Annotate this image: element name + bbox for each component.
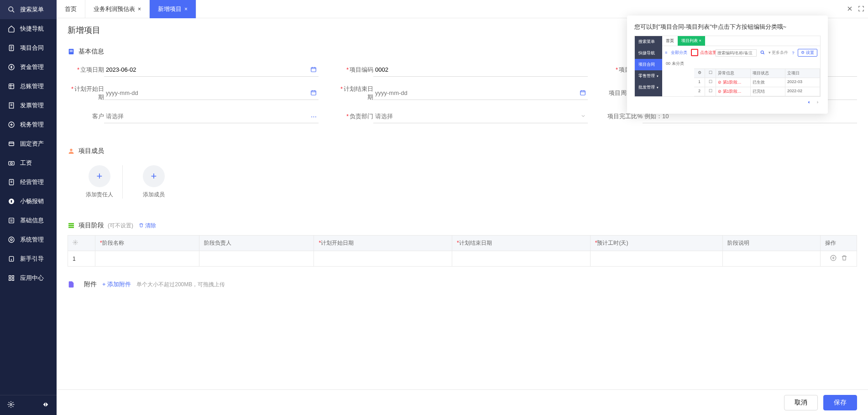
calendar-icon[interactable] [310, 89, 317, 97]
tab[interactable]: 业务利润预估表× [85, 0, 150, 18]
guide-icon [7, 255, 16, 263]
sidebar-item-asset[interactable]: 固定资产 [0, 134, 57, 153]
select-dept[interactable] [373, 110, 588, 123]
doc-icon [7, 44, 16, 52]
sidebar-item-label: 经营管理 [20, 178, 44, 186]
th-stage-desc: 阶段说明 [723, 236, 821, 251]
sidebar-item-label: 应用中心 [20, 274, 44, 282]
svg-rect-22 [70, 51, 73, 52]
money-icon [7, 63, 16, 71]
cell-stage-start[interactable] [314, 251, 452, 267]
input-plan-start[interactable] [104, 86, 319, 100]
cell-stage-owner[interactable] [199, 251, 314, 267]
sidebar-item-doc[interactable]: 项目合同 [0, 38, 57, 58]
input-plan-end[interactable] [373, 86, 588, 100]
tab-close-icon[interactable]: × [138, 6, 141, 12]
sys-icon [7, 236, 16, 244]
input-code[interactable] [373, 63, 588, 77]
cell-stage-end[interactable] [452, 251, 591, 267]
guide-popup: 您可以到"项目合同-项目列表"中点击下方按钮编辑分类哦~ 搜索菜单快捷导航项目合… [627, 16, 828, 114]
sidebar-item-apps[interactable]: 应用中心 [0, 268, 57, 288]
attach-section-title: 附件 [84, 280, 97, 289]
sidebar-item-guide[interactable]: 新手引导 [0, 249, 57, 268]
click-here-label: 点击这里 [700, 50, 716, 56]
search-icon [7, 5, 16, 14]
sidebar-item-salary[interactable]: 工资 [0, 153, 57, 173]
tab-close-icon[interactable]: × [184, 6, 188, 12]
close-icon[interactable] [846, 5, 853, 14]
sidebar-item-reimb[interactable]: 小畅报销 [0, 192, 57, 211]
label-estab-date: 立项日期 [68, 66, 104, 74]
sidebar-item-ledger[interactable]: 总账管理 [0, 77, 57, 96]
table-row[interactable]: 1 [68, 251, 857, 267]
svg-rect-3 [9, 84, 14, 89]
calendar-icon[interactable] [310, 66, 317, 74]
mini-search [716, 49, 757, 57]
biz-icon [7, 178, 16, 186]
settings-icon[interactable] [7, 401, 15, 410]
mini-side-item: 批发管理 ▾ [635, 82, 662, 93]
svg-rect-29 [68, 227, 74, 228]
add-member-button[interactable]: + [143, 165, 165, 187]
cancel-button[interactable]: 取消 [784, 395, 818, 410]
cell-stage-hours[interactable] [590, 251, 722, 267]
add-owner-label: 添加责任人 [86, 191, 113, 199]
mini-uncat: 00 未分类 [662, 59, 820, 68]
svg-rect-28 [68, 225, 74, 226]
add-attachment-button[interactable]: + 添加附件 [102, 280, 131, 289]
th-gear[interactable] [68, 236, 95, 251]
sidebar-item-label: 税务管理 [20, 121, 44, 129]
sidebar-item-label: 小畅报销 [20, 197, 44, 205]
popup-prev-icon[interactable] [806, 100, 811, 106]
sidebar-item-tax[interactable]: 税务管理 [0, 115, 57, 134]
tax-icon [7, 121, 16, 129]
sidebar-item-info[interactable]: 基础信息 [0, 211, 57, 230]
svg-point-12 [10, 239, 12, 241]
sidebar-item-label: 基础信息 [20, 216, 44, 225]
fullscreen-icon[interactable] [858, 5, 864, 13]
invoice-icon [7, 101, 16, 110]
sidebar-item-label: 系统管理 [20, 236, 44, 244]
sidebar-item-money[interactable]: 资金管理 [0, 58, 57, 77]
input-customer[interactable] [104, 110, 319, 123]
save-button[interactable]: 保存 [823, 395, 857, 410]
mini-side-item: 项目合同 [635, 59, 662, 70]
input-estab-date[interactable] [104, 63, 319, 77]
sidebar-item-home[interactable]: 快捷导航 [0, 19, 57, 38]
svg-rect-6 [9, 142, 14, 146]
chevron-down-icon[interactable] [580, 113, 586, 120]
tab[interactable]: 新增项目× [150, 0, 196, 18]
basic-section-title: 基本信息 [78, 47, 104, 56]
label-customer: 客户 [68, 112, 104, 121]
sidebar-item-label: 新手引导 [20, 255, 44, 263]
calendar-icon[interactable] [580, 89, 586, 97]
more-icon[interactable]: ⋯ [311, 113, 317, 120]
cell-stage-desc[interactable] [723, 251, 821, 267]
sidebar-item-label: 快捷导航 [20, 25, 44, 33]
sidebar-item-invoice[interactable]: 发票管理 [0, 96, 57, 115]
add-owner-button[interactable]: + [89, 165, 110, 187]
basic-section-icon [68, 48, 75, 55]
row-add-icon[interactable] [830, 255, 837, 263]
stages-section-icon [68, 222, 75, 229]
sidebar-item-biz[interactable]: 经营管理 [0, 173, 57, 192]
row-delete-icon[interactable] [841, 255, 847, 263]
asset-icon [7, 140, 16, 148]
add-member-label: 添加成员 [143, 191, 165, 199]
tab[interactable]: 首页 [57, 0, 85, 18]
svg-rect-21 [70, 50, 73, 51]
label-plan-start: 计划开始日期 [68, 85, 104, 101]
cell-stage-name[interactable] [95, 251, 199, 267]
sidebar-item-label: 资金管理 [20, 63, 44, 71]
svg-rect-15 [9, 276, 11, 278]
stages-clear-button[interactable]: 清除 [139, 222, 156, 230]
collapse-icon[interactable] [42, 401, 49, 410]
sidebar-item-search[interactable]: 搜索菜单 [0, 0, 57, 19]
svg-point-30 [75, 242, 76, 243]
sidebar-item-sys[interactable]: 系统管理 [0, 230, 57, 249]
popup-next-icon[interactable] [815, 100, 821, 106]
svg-point-13 [9, 237, 14, 242]
mini-search-icon [760, 50, 765, 56]
highlight-target-icon [691, 49, 698, 56]
sidebar-item-label: 发票管理 [20, 101, 44, 110]
